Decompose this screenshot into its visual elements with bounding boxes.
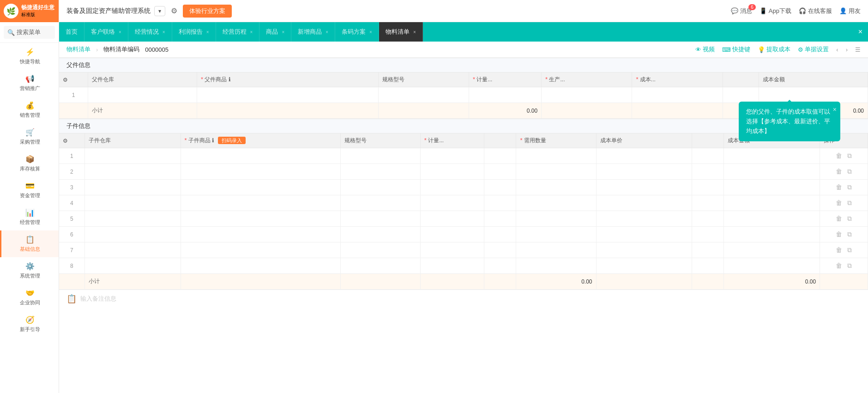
footer-hint-text[interactable]: 输入备注信息 [80, 295, 116, 303]
child-qty-4[interactable] [516, 195, 596, 211]
child-product-5[interactable] [181, 211, 340, 227]
delete-row-3[interactable]: 🗑 [834, 182, 844, 192]
child-col-settings[interactable]: ⚙ [59, 133, 84, 148]
child-qty-2[interactable] [516, 164, 596, 180]
child-product-7[interactable] [181, 242, 340, 258]
view-action[interactable]: 👁 视频 [695, 45, 715, 54]
sidebar-item-inventory[interactable]: 📦 库存核算 [0, 150, 59, 177]
copy-row-4[interactable]: ⧉ [845, 198, 854, 208]
sidebar-item-system[interactable]: ⚙️ 系统管理 [0, 257, 59, 284]
parent-product-cell[interactable] [197, 87, 378, 103]
child-product-4[interactable] [181, 195, 340, 211]
child-qty-7[interactable] [516, 242, 596, 258]
parent-production-cell[interactable] [542, 87, 632, 103]
online-service-item[interactable]: 🎧 在线客服 [799, 7, 832, 15]
parent-col-settings[interactable]: ⚙ [59, 73, 88, 87]
child-unit-cost-1[interactable] [596, 148, 692, 164]
child-unit-cost-5[interactable] [596, 211, 692, 227]
child-spec-2[interactable] [340, 164, 420, 180]
single-settings-action[interactable]: ⚙ 单据设置 [798, 45, 829, 54]
sidebar-item-enterprise[interactable]: 🤝 企业协同 [0, 284, 59, 311]
child-spec-8[interactable] [340, 258, 420, 274]
child-qty-5[interactable] [516, 211, 596, 227]
tab-close-barcode[interactable]: × [369, 30, 372, 35]
child-unit-cost-7[interactable] [596, 242, 692, 258]
tab-close-operation-history[interactable]: × [250, 30, 253, 35]
nav-next[interactable]: › [846, 46, 848, 53]
child-unit-cost-8[interactable] [596, 258, 692, 274]
child-unit-1[interactable] [420, 148, 484, 164]
copy-row-8[interactable]: ⧉ [845, 261, 854, 271]
parent-warehouse-cell[interactable] [88, 87, 197, 103]
sidebar-item-purchase[interactable]: 🛒 采购管理 [0, 123, 59, 150]
child-unit-cost-6[interactable] [596, 227, 692, 242]
child-unit-5[interactable] [420, 211, 484, 227]
tab-customer[interactable]: 客户联络 × [84, 22, 128, 42]
copy-row-7[interactable]: ⧉ [845, 245, 854, 255]
child-unit-cost-2[interactable] [596, 164, 692, 180]
tab-home[interactable]: 首页 [59, 22, 84, 42]
sidebar-item-sales[interactable]: 💰 销售管理 [0, 97, 59, 123]
layout-icon[interactable]: ☰ [855, 46, 861, 53]
child-product-6[interactable] [181, 227, 340, 242]
delete-row-8[interactable]: 🗑 [834, 261, 844, 270]
sidebar-item-marketing[interactable]: 📢 营销推广 [0, 70, 59, 97]
tab-barcode[interactable]: 条码方案 × [335, 22, 379, 42]
breadcrumb-bom[interactable]: 物料清单 [66, 45, 90, 54]
child-spec-1[interactable] [340, 148, 420, 164]
scan-input-badge[interactable]: 扫码录入 [218, 137, 246, 144]
child-unit-4[interactable] [420, 195, 484, 211]
copy-row-5[interactable]: ⧉ [845, 214, 854, 224]
tab-close-product[interactable]: × [282, 30, 284, 35]
child-product-2[interactable] [181, 164, 340, 180]
tab-add-product[interactable]: 新增商品 × [291, 22, 335, 42]
delete-row-1[interactable]: 🗑 [834, 151, 844, 160]
child-warehouse-8[interactable] [84, 258, 181, 274]
nav-prev[interactable]: ‹ [836, 46, 838, 53]
child-warehouse-4[interactable] [84, 195, 181, 211]
sidebar-item-quick-nav[interactable]: ⚡ 快捷导航 [0, 43, 59, 70]
child-warehouse-7[interactable] [84, 242, 181, 258]
tab-close-bom[interactable]: × [413, 30, 416, 35]
sidebar-item-finance[interactable]: 💳 资金管理 [0, 177, 59, 204]
child-product-3[interactable] [181, 180, 340, 195]
copy-row-3[interactable]: ⧉ [845, 182, 854, 192]
search-menu-button[interactable]: 🔍 搜索菜单 [4, 26, 55, 39]
extract-cost-action[interactable]: 💡 提取成本 [758, 45, 790, 54]
child-spec-6[interactable] [340, 227, 420, 242]
child-warehouse-5[interactable] [84, 211, 181, 227]
tab-close-operation-status[interactable]: × [163, 30, 165, 35]
child-product-8[interactable] [181, 258, 340, 274]
tab-close-profit-report[interactable]: × [206, 30, 209, 35]
delete-row-2[interactable]: 🗑 [834, 167, 844, 176]
parent-unit-cell[interactable] [469, 87, 542, 103]
child-qty-3[interactable] [516, 180, 596, 195]
child-warehouse-2[interactable] [84, 164, 181, 180]
child-product-1[interactable] [181, 148, 340, 164]
child-warehouse-1[interactable] [84, 148, 181, 164]
user-item[interactable]: 👤 用友 [839, 7, 861, 15]
child-qty-1[interactable] [516, 148, 596, 164]
child-unit-7[interactable] [420, 242, 484, 258]
close-all-tabs[interactable]: × [853, 28, 868, 36]
delete-row-6[interactable]: 🗑 [834, 230, 844, 239]
shortcut-action[interactable]: ⌨ 快捷键 [722, 45, 750, 54]
child-unit-2[interactable] [420, 164, 484, 180]
child-unit-6[interactable] [420, 227, 484, 242]
app-download-item[interactable]: 📱 App下载 [760, 7, 791, 15]
topbar-dropdown-button[interactable]: ▾ [154, 6, 165, 16]
sidebar-item-guide[interactable]: 🧭 新手引导 [0, 311, 59, 338]
child-spec-7[interactable] [340, 242, 420, 258]
tooltip-close-btn[interactable]: × [833, 104, 837, 115]
child-qty-6[interactable] [516, 227, 596, 242]
delete-row-7[interactable]: 🗑 [834, 245, 844, 254]
child-unit-cost-4[interactable] [596, 195, 692, 211]
copy-row-6[interactable]: ⧉ [845, 230, 854, 239]
copy-row-1[interactable]: ⧉ [845, 151, 854, 161]
sidebar-item-basic[interactable]: 📋 基础信息 [0, 230, 59, 257]
child-unit-cost-3[interactable] [596, 180, 692, 195]
child-spec-4[interactable] [340, 195, 420, 211]
child-qty-8[interactable] [516, 258, 596, 274]
child-warehouse-3[interactable] [84, 180, 181, 195]
child-spec-5[interactable] [340, 211, 420, 227]
